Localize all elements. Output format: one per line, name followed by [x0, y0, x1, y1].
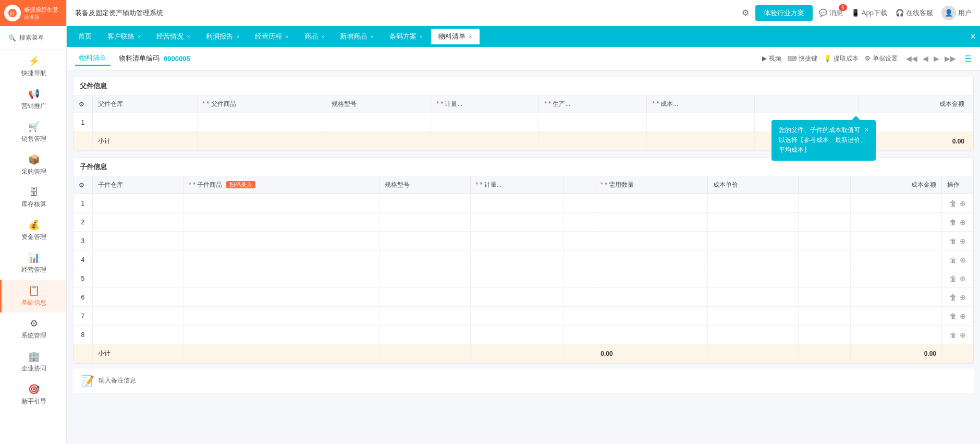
parent-col-unit: * * 计量...: [431, 95, 539, 113]
parent-col-blank: [755, 95, 859, 113]
tab-bom-close[interactable]: ×: [469, 33, 472, 40]
parent-produce-cell[interactable]: [539, 113, 647, 132]
tab-bom[interactable]: 物料清单 ×: [431, 29, 479, 44]
tooltip-text: 您的父件、子件的成本取值可以选择【参考成本、最新进价、平均成本】: [779, 126, 866, 153]
prev-icon[interactable]: ◀: [921, 53, 930, 64]
tab-goods[interactable]: 商品 ×: [297, 29, 332, 44]
sidebar-item-finance[interactable]: 💰 资金管理: [0, 214, 66, 247]
extract-cost-button[interactable]: 💡 提取成本: [824, 54, 859, 63]
child-row-1-warehouse[interactable]: [92, 194, 183, 213]
copy-row-8-icon[interactable]: ⊕: [960, 331, 966, 339]
tab-operations[interactable]: 经营情况 ×: [149, 29, 197, 44]
tab-profit[interactable]: 利润报告 ×: [199, 29, 247, 44]
parent-product-cell[interactable]: [197, 113, 326, 132]
next-last-icon[interactable]: ▶▶: [942, 53, 958, 64]
copy-row-6-icon[interactable]: ⊕: [960, 293, 966, 302]
message-button[interactable]: 💬 6 消息: [819, 8, 843, 18]
tab-home[interactable]: 首页: [71, 29, 99, 44]
tab-history[interactable]: 经营历程 ×: [248, 29, 296, 44]
child-col-spec: 规格型号: [379, 176, 470, 194]
trial-button[interactable]: 体验行业方案: [755, 5, 813, 21]
tab-operations-close[interactable]: ×: [187, 33, 190, 40]
tab-goods-close[interactable]: ×: [321, 33, 324, 40]
delete-row-3-icon[interactable]: 🗑: [949, 237, 957, 245]
child-row-1-product[interactable]: [183, 194, 379, 213]
tab-history-close[interactable]: ×: [285, 33, 288, 40]
parent-unit-cell[interactable]: [431, 113, 539, 132]
child-table-header: ⚙ 子件仓库 * * 子件商品 扫码录入 规格型号 * * 计量... * * …: [74, 176, 973, 194]
remark-label[interactable]: 输入备注信息: [99, 376, 136, 385]
cost-tooltip-popup: × 您的父件、子件的成本取值可以选择【参考成本、最新进价、平均成本】: [771, 120, 876, 161]
tab-newgoods[interactable]: 新增商品 ×: [333, 29, 381, 44]
view-video-button[interactable]: ▶ 视频: [762, 54, 781, 63]
shortcut-button[interactable]: ⌨ 快捷键: [788, 54, 817, 63]
guide-icon: 🎯: [28, 383, 40, 395]
sidebar-item-purchase[interactable]: 📦 采购管理: [0, 149, 66, 182]
sidebar-item-quicknav[interactable]: ⚡ 快捷导航: [0, 50, 66, 83]
tab-customer[interactable]: 客户联络 ×: [100, 29, 148, 44]
child-table-row: 4 🗑⊕: [74, 250, 973, 269]
parent-col-setting[interactable]: ⚙: [74, 95, 92, 113]
next-icon[interactable]: ▶: [932, 53, 941, 64]
parent-col-produce: * * 生产...: [539, 95, 647, 113]
parent-warehouse-cell[interactable]: [92, 113, 197, 132]
parent-subtotal-amount: 0.00: [859, 132, 973, 151]
sub-header-right-tools: ▶ 视频 ⌨ 快捷键 💡 提取成本 ⚙ 单据设置 ◀◀ ◀: [762, 53, 972, 64]
sidebar-item-sales[interactable]: 🛒 销售管理: [0, 116, 66, 149]
user-avatar[interactable]: 👤 用户: [941, 6, 972, 20]
child-row-1-spec[interactable]: [379, 194, 470, 213]
delete-row-1-icon[interactable]: 🗑: [949, 199, 957, 208]
bom-code-label: 物料清单编码: [119, 54, 160, 63]
cost-icon: 💡: [824, 55, 831, 62]
app-download-button[interactable]: 📱 App下载: [851, 8, 887, 18]
delete-row-6-icon[interactable]: 🗑: [949, 293, 957, 302]
child-row-1-amount[interactable]: [851, 194, 942, 213]
sidebar-item-operations[interactable]: 📊 经营管理: [0, 247, 66, 280]
delete-row-8-icon[interactable]: 🗑: [949, 331, 957, 339]
child-row-1-unit[interactable]: [470, 194, 564, 213]
tab-newgoods-close[interactable]: ×: [370, 33, 373, 40]
marketing-icon: 📢: [28, 88, 40, 100]
sidebar-item-guide[interactable]: 🎯 新手引导: [0, 378, 66, 411]
copy-row-4-icon[interactable]: ⊕: [960, 256, 966, 264]
tab-barcode-close[interactable]: ×: [420, 33, 423, 40]
child-row-1-quantity[interactable]: [595, 194, 707, 213]
tab-barcode[interactable]: 条码方案 ×: [382, 29, 430, 44]
online-service-button[interactable]: 🎧 在线客服: [896, 8, 933, 18]
close-all-tabs[interactable]: ×: [970, 31, 976, 42]
copy-row-5-icon[interactable]: ⊕: [960, 274, 966, 283]
tooltip-close-button[interactable]: ×: [865, 125, 868, 135]
settings-gear-icon[interactable]: ⚙: [742, 8, 749, 18]
parent-cost-cell[interactable]: [647, 113, 755, 132]
list-view-icon[interactable]: ☰: [964, 54, 972, 64]
system-title: 装备及固定资产辅助管理系统: [75, 8, 736, 18]
copy-row-2-icon[interactable]: ⊕: [960, 218, 966, 226]
headset-icon: 🎧: [896, 9, 904, 17]
parent-spec-cell[interactable]: [326, 113, 431, 132]
tab-profit-close[interactable]: ×: [236, 33, 239, 40]
sidebar-item-basic[interactable]: 📋 基础信息: [0, 280, 66, 313]
tab-customer-close[interactable]: ×: [138, 33, 141, 40]
scan-input-badge[interactable]: 扫码录入: [226, 181, 255, 188]
child-row-1-unit-cost[interactable]: [707, 194, 799, 213]
copy-row-7-icon[interactable]: ⊕: [960, 312, 966, 320]
delete-row-5-icon[interactable]: 🗑: [949, 274, 957, 283]
copy-row-1-icon[interactable]: ⊕: [960, 199, 966, 208]
sidebar-item-inventory[interactable]: 🗄 库存核算: [0, 182, 66, 214]
copy-row-3-icon[interactable]: ⊕: [960, 237, 966, 245]
child-table: ⚙ 子件仓库 * * 子件商品 扫码录入 规格型号 * * 计量... * * …: [74, 176, 973, 363]
doc-settings-button[interactable]: ⚙ 单据设置: [865, 54, 898, 63]
delete-row-4-icon[interactable]: 🗑: [949, 256, 957, 264]
prev-first-icon[interactable]: ◀◀: [904, 53, 920, 64]
sidebar-item-enterprise[interactable]: 🏢 企业协同: [0, 345, 66, 378]
delete-row-7-icon[interactable]: 🗑: [949, 312, 957, 320]
sub-tab-bom-list[interactable]: 物料清单: [75, 51, 111, 66]
search-menu-button[interactable]: 🔍 搜索菜单: [4, 30, 62, 45]
logo-text: 畅捷通好生意 标准版: [24, 6, 58, 20]
sidebar-item-system[interactable]: ⚙ 系统管理: [0, 313, 66, 345]
child-col-setting[interactable]: ⚙: [74, 176, 92, 194]
parent-amount-cell[interactable]: [859, 113, 973, 132]
sidebar-item-marketing[interactable]: 📢 营销推广: [0, 83, 66, 116]
delete-row-2-icon[interactable]: 🗑: [949, 218, 957, 226]
sidebar: 好 畅捷通好生意 标准版 🔍 搜索菜单 ⚡ 快捷导航 📢 营销推广 🛒 销售管理…: [0, 0, 67, 444]
